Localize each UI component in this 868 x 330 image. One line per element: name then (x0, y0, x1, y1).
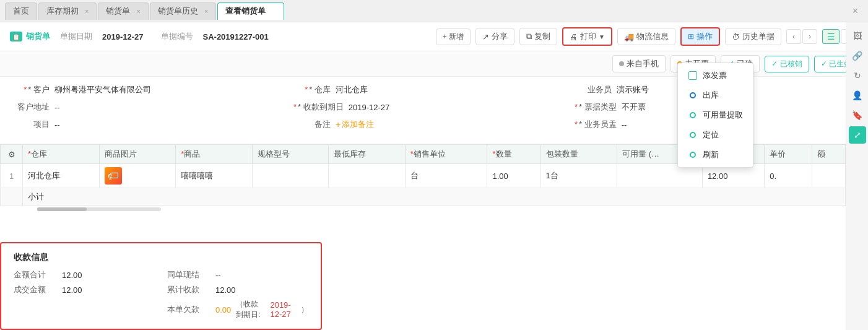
tab-inventory-init[interactable]: 库存期初 × (38, 2, 97, 20)
bottom-info-title: 收款信息 (14, 252, 308, 263)
arrears-note: （收款到期日: (236, 299, 265, 320)
next-arrow[interactable]: › (802, 29, 817, 44)
tab-sales-order-close[interactable]: × (136, 7, 140, 15)
from-phone-icon (619, 61, 624, 66)
date-value: 2019-12-27 (102, 32, 144, 41)
sidebar-expand-icon[interactable]: ⤢ (849, 126, 866, 144)
warehouse-label: * 仓库 (293, 84, 331, 95)
sidebar-picture-icon[interactable]: 🖼 (849, 27, 866, 45)
grid-icon: ⊞ (688, 32, 694, 41)
col-unit-price: 单价 (765, 145, 812, 164)
col-unit: *销售单位 (405, 145, 487, 164)
payment-date-value[interactable]: 2019-12-27 (349, 103, 575, 112)
list-view-button[interactable]: ☰ (822, 29, 840, 44)
img-icon: 🏷 (108, 170, 119, 183)
transaction-amount-row: 成交金额 12.00 (14, 284, 155, 295)
copy-icon: ⧉ (526, 32, 532, 41)
transaction-amount-label: 成交金额 (14, 284, 57, 295)
right-sidebar: 🖼 🔗 ↻ 👤 🔖 ⤢ (846, 22, 868, 330)
arrears-label: 本单欠款 (167, 304, 210, 315)
print-dropdown-arrow: ▼ (599, 33, 605, 40)
add-note-button[interactable]: + 添加备注 (336, 119, 374, 130)
horizontal-scrollbar[interactable] (37, 207, 161, 211)
info-grid: 金额合计 12.00 同单现结 -- 成交金额 12.00 累计收款 12.00 (14, 269, 308, 320)
tab-inventory-init-close[interactable]: × (85, 7, 89, 15)
arrears-row: 本单欠款 0.00 （收款到期日: 2019-12-27 ） (167, 299, 308, 320)
truck-icon: 🚚 (624, 32, 634, 41)
note-field: 备注 + 添加备注 (293, 119, 575, 130)
tab-sales-history-close[interactable]: × (204, 7, 208, 15)
address-value[interactable]: -- (54, 103, 293, 112)
global-close-button[interactable]: × (848, 6, 863, 17)
tab-check-sales[interactable]: 查看销货单 × (217, 2, 284, 20)
cumulative-row: 累计收款 12.00 (167, 284, 308, 295)
row-min-stock (329, 164, 406, 188)
outbound-item[interactable]: 出库 (678, 85, 753, 105)
sidebar-rotate-icon[interactable]: ↻ (849, 67, 866, 84)
sidebar-user-icon[interactable]: 👤 (849, 87, 866, 104)
same-order-label: 同单现结 (167, 269, 210, 280)
tab-check-sales-close[interactable]: × (272, 7, 276, 15)
operations-button[interactable]: ⊞ 操作 (680, 27, 720, 46)
date-label: 单据日期 (60, 31, 92, 42)
subtotal-row: 小计 (1, 188, 846, 206)
operations-dropdown: 添发票 出库 可用量提取 定位 (677, 63, 753, 168)
available-extract-label: 可用量提取 (703, 110, 743, 121)
product-image-thumbnail: 🏷 (105, 167, 122, 185)
transaction-amount-value: 12.00 (62, 285, 82, 295)
add-invoice-label: 添发票 (703, 70, 727, 81)
refresh-label: 刷新 (703, 149, 719, 160)
customer-value[interactable]: 柳州粤港平安气体有限公司 (54, 84, 293, 95)
arrears-value: 0.00 (215, 305, 231, 315)
col-product-image: 商品图片 (99, 145, 176, 164)
locate-icon (688, 130, 698, 140)
logistics-button[interactable]: 🚚 物流信息 (617, 28, 675, 45)
from-phone-button[interactable]: 来自手机 (612, 55, 666, 72)
total-amount-row: 金额合计 12.00 (14, 269, 155, 280)
address-field: 客户地址 -- (12, 102, 293, 113)
available-extract-item[interactable]: 可用量提取 (678, 105, 753, 125)
number-value: SA-20191227-001 (203, 32, 269, 41)
sidebar-bookmark-icon[interactable]: 🔖 (849, 106, 866, 124)
row-spec (252, 164, 329, 188)
row-product-image: 🏷 (99, 164, 176, 188)
share-button[interactable]: ↗ 分享 (475, 28, 514, 45)
doc-meta: 单据日期 2019-12-27 单据编号 SA-20191227-001 (60, 31, 269, 42)
row-unit-price: 0. (765, 164, 812, 188)
same-order-row: 同单现结 -- (167, 269, 308, 280)
print-button[interactable]: 🖨 打印 ▼ (562, 27, 612, 46)
sidebar-link-icon[interactable]: 🔗 (849, 47, 866, 64)
tab-sales-order[interactable]: 销货单 × (98, 2, 148, 20)
warehouse-value[interactable]: 河北仓库 (336, 84, 575, 95)
row-quantity: 1.00 (487, 164, 540, 188)
project-value[interactable]: -- (54, 120, 293, 129)
history-icon: ⏱ (732, 32, 740, 41)
prev-arrow[interactable]: ‹ (786, 29, 801, 44)
tab-home[interactable]: 首页 (5, 2, 37, 20)
locate-item[interactable]: 定位 (678, 125, 753, 145)
col-settings[interactable]: ⚙ (1, 145, 23, 164)
header-actions: + 新增 ↗ 分享 ⧉ 复制 🖨 打印 ▼ 🚚 物流信息 (436, 27, 858, 46)
bottom-info-panel: 收款信息 金额合计 12.00 同单现结 -- 成交金额 12.00 累计收款 … (0, 242, 322, 330)
row-warehouse: 河北仓库 (23, 164, 100, 188)
project-label: 项目 (12, 119, 50, 130)
add-invoice-item[interactable]: 添发票 (678, 66, 753, 85)
share-icon: ↗ (482, 32, 489, 41)
print-icon: 🖨 (570, 32, 578, 41)
history-button[interactable]: ⏱ 历史单据 (725, 28, 781, 45)
new-button[interactable]: + 新增 (436, 28, 471, 45)
add-note-plus-icon: + (336, 119, 341, 129)
customer-label: * 客户 (12, 84, 50, 95)
tab-sales-history[interactable]: 销货单历史 × (150, 2, 216, 20)
tab-sales-history-label: 销货单历史 (158, 6, 198, 17)
row-product[interactable]: 嘻嘻嘻嘻 (176, 164, 253, 188)
customer-field: * 客户 柳州粤港平安气体有限公司 (12, 84, 293, 95)
arrears-date: 2019-12-27 (270, 300, 296, 319)
cancelled-button[interactable]: ✓ 已核销 (765, 56, 809, 72)
row-num: 1 (1, 164, 23, 188)
salesperson-label: * 业务员盂 (575, 119, 617, 130)
tab-check-sales-label: 查看销货单 (225, 6, 266, 17)
copy-button[interactable]: ⧉ 复制 (519, 28, 557, 45)
refresh-item[interactable]: 刷新 (678, 145, 753, 165)
col-package-qty: 包装数量 (540, 145, 617, 164)
